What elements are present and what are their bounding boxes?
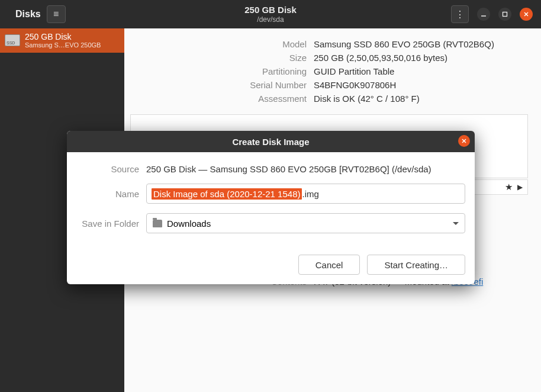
name-input[interactable]: Disk Image of sda (2020-12-21 1548).img: [146, 184, 465, 204]
label-name: Name: [76, 189, 146, 199]
window-close-button[interactable]: [520, 8, 533, 21]
value-partitioning: GUID Partition Table: [314, 66, 394, 76]
ssd-icon: SSD: [5, 34, 20, 46]
menu-icon: ≡: [53, 9, 59, 20]
label-folder: Save in Folder: [76, 219, 146, 229]
value-source: 250 GB Disk — Samsung SSD 860 EVO 250GB …: [146, 164, 465, 174]
window-minimize-button[interactable]: [477, 8, 490, 21]
label-serial: Serial Number: [124, 80, 314, 90]
app-name: Disks: [15, 9, 41, 20]
name-input-rest: .img: [302, 189, 318, 199]
label-size: Size: [124, 53, 314, 63]
value-model: Samsung SSD 860 EVO 250GB (RVT02B6Q): [314, 39, 494, 49]
window-title: 250 GB Disk: [123, 5, 418, 15]
titlebar-right: ⋮: [418, 5, 536, 23]
window-maximize-button[interactable]: [498, 8, 511, 21]
disk-info: ModelSamsung SSD 860 EVO 250GB (RVT02B6Q…: [124, 28, 541, 104]
value-assessment: Disk is OK (42° C / 108° F): [314, 94, 420, 104]
label-partitioning: Partitioning: [124, 66, 314, 76]
dialog-close-button[interactable]: [458, 135, 470, 147]
play-icon[interactable]: ▶: [517, 183, 523, 191]
dialog-titlebar: Create Disk Image: [67, 131, 475, 152]
cancel-button[interactable]: Cancel: [298, 255, 360, 275]
label-source: Source: [76, 164, 146, 174]
sidebar-item-title: 250 GB Disk: [25, 32, 101, 41]
create-disk-image-dialog: Create Disk Image Source 250 GB Disk — S…: [67, 131, 475, 284]
start-creating-button[interactable]: Start Creating…: [367, 255, 465, 275]
sidebar-disk-item[interactable]: SSD 250 GB Disk Samsung S…EVO 250GB: [0, 28, 124, 53]
sidebar-item-subtitle: Samsung S…EVO 250GB: [25, 41, 101, 49]
star-icon[interactable]: ★: [505, 182, 513, 192]
minimize-icon: [481, 11, 487, 17]
dialog-body: Source 250 GB Disk — Samsung SSD 860 EVO…: [67, 152, 475, 252]
dialog-title: Create Disk Image: [232, 137, 309, 147]
svg-rect-1: [503, 12, 507, 17]
label-assessment: Assessment: [124, 94, 314, 104]
close-icon: [461, 138, 467, 144]
folder-icon: [153, 220, 162, 227]
kebab-icon: ⋮: [455, 9, 465, 20]
save-folder-value: Downloads: [167, 219, 211, 229]
titlebar-left: Disks ≡: [5, 5, 123, 23]
sidebar-item-labels: 250 GB Disk Samsung S…EVO 250GB: [25, 32, 101, 49]
value-serial: S4BFNG0K907806H: [314, 80, 396, 90]
chevron-down-icon: [453, 222, 459, 225]
save-folder-select[interactable]: Downloads: [146, 213, 465, 233]
maximize-icon: [502, 11, 508, 17]
dialog-actions: Cancel Start Creating…: [67, 252, 475, 284]
close-icon: [523, 11, 529, 17]
hamburger-menu-button[interactable]: ≡: [47, 5, 66, 23]
label-model: Model: [124, 39, 314, 49]
title-bar: Disks ≡ 250 GB Disk /dev/sda ⋮: [0, 0, 541, 28]
disk-actions-button[interactable]: ⋮: [451, 5, 469, 23]
value-size: 250 GB (2,50,05,93,50,016 bytes): [314, 53, 447, 63]
name-input-selection: Disk Image of sda (2020-12-21 1548): [152, 188, 302, 200]
window-subtitle: /dev/sda: [123, 15, 418, 24]
titlebar-center: 250 GB Disk /dev/sda: [123, 5, 418, 24]
